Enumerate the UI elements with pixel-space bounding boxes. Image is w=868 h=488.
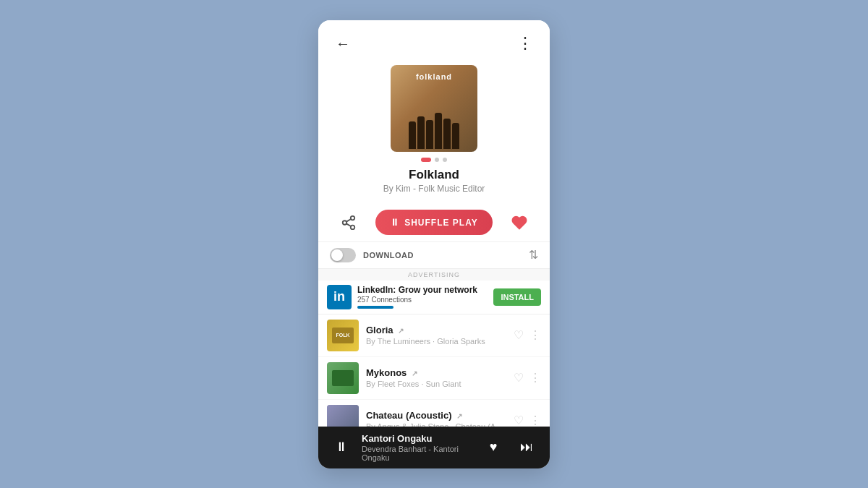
track-heart-3[interactable]: ♡: [514, 414, 524, 427]
header: ← ⋮: [318, 20, 550, 62]
dot-3[interactable]: [443, 158, 447, 162]
album-section: folkland Folkland By Kim - Folk Music Ed…: [318, 62, 550, 202]
heart-icon: [511, 215, 527, 231]
download-label: DOWNLOAD: [363, 251, 522, 260]
track-info-2: Mykonos ↗ By Fleet Foxes · Sun Giant: [366, 367, 506, 388]
ad-progress-bar: [357, 306, 393, 309]
track-thumbnail-2: [327, 362, 359, 394]
player-heart-icon: ♥: [490, 440, 498, 455]
more-menu-icon: ⋮: [517, 34, 534, 53]
track-title-3: Chateau (Acoustic) ↗: [366, 410, 506, 421]
player-artist: Devendra Banhart - Kantori Ongaku: [362, 445, 473, 462]
track-item[interactable]: Chateau (Acoustic) ↗ By Angus & Julia St…: [318, 400, 550, 427]
track-list: FOLK Gloria ↗ By The Lumineers · Gloria …: [318, 314, 550, 427]
track-info-3: Chateau (Acoustic) ↗ By Angus & Julia St…: [366, 410, 506, 427]
download-toggle[interactable]: [330, 248, 356, 262]
dot-1[interactable]: [421, 158, 431, 162]
back-button[interactable]: ←: [330, 30, 356, 56]
favorite-button[interactable]: [506, 210, 532, 236]
shuffle-pause-icon: ⏸: [390, 217, 400, 228]
track-thumbnail-3: [327, 405, 359, 427]
carousel-dots: [421, 158, 447, 162]
track-menu-1[interactable]: ⋮: [529, 328, 541, 342]
external-icon-2: ↗: [412, 369, 417, 377]
track-artist-1: By The Lumineers · Gloria Sparks: [366, 337, 506, 346]
player-next-button[interactable]: ⏭: [514, 435, 540, 461]
track-heart-1[interactable]: ♡: [514, 328, 524, 342]
dot-2[interactable]: [435, 158, 439, 162]
track-artist-2: By Fleet Foxes · Sun Giant: [366, 380, 506, 388]
person-2: [417, 116, 425, 149]
svg-line-3: [346, 223, 351, 226]
ad-section: ADVERTISING in LinkedIn: Grow your netwo…: [318, 268, 550, 314]
album-art-label: folkland: [391, 72, 477, 81]
share-icon: [341, 215, 357, 231]
track-thumbnail-1: FOLK: [327, 320, 359, 351]
ad-text: LinkedIn: Grow your network 257 Connecti…: [357, 285, 488, 309]
person-4: [435, 113, 442, 149]
player-title: Kantori Ongaku: [362, 433, 473, 444]
track-title-2: Mykonos ↗: [366, 367, 506, 378]
album-art: folkland: [391, 65, 477, 152]
person-5: [443, 119, 451, 149]
track-actions-1: ♡ ⋮: [514, 328, 541, 342]
action-row: ⏸ SHUFFLE PLAY: [318, 202, 550, 241]
track-actions-2: ♡ ⋮: [514, 371, 541, 385]
shuffle-label: SHUFFLE PLAY: [404, 218, 478, 228]
player-pause-button[interactable]: ⏸: [328, 435, 354, 461]
external-icon-3: ↗: [456, 412, 462, 420]
track-title-1: Gloria ↗: [366, 325, 506, 335]
share-button[interactable]: [336, 210, 362, 236]
track-heart-2[interactable]: ♡: [514, 371, 524, 385]
ad-banner[interactable]: in LinkedIn: Grow your network 257 Conne…: [318, 281, 550, 314]
player-pause-icon: ⏸: [335, 440, 348, 455]
external-icon-1: ↗: [398, 327, 404, 335]
track-actions-3: ♡ ⋮: [514, 414, 541, 427]
more-menu-button[interactable]: ⋮: [512, 30, 538, 56]
svg-line-4: [346, 218, 351, 221]
album-title: Folkland: [409, 168, 459, 182]
toggle-knob: [331, 249, 343, 261]
install-button[interactable]: INSTALL: [493, 288, 541, 306]
sort-icon[interactable]: ⇅: [529, 248, 538, 262]
track-menu-3[interactable]: ⋮: [529, 414, 541, 427]
album-subtitle: By Kim - Folk Music Editor: [383, 184, 485, 194]
back-icon: ←: [336, 36, 350, 51]
player-heart-button[interactable]: ♥: [480, 435, 506, 461]
ad-label: ADVERTISING: [318, 269, 550, 281]
track-menu-2[interactable]: ⋮: [529, 371, 541, 385]
player-info: Kantori Ongaku Devendra Banhart - Kantor…: [362, 433, 473, 462]
shuffle-play-button[interactable]: ⏸ SHUFFLE PLAY: [375, 210, 493, 235]
ad-subtitle: 257 Connections: [357, 296, 488, 304]
album-art-silhouette: [409, 113, 459, 152]
download-row: DOWNLOAD ⇅: [318, 241, 550, 268]
track-item[interactable]: Mykonos ↗ By Fleet Foxes · Sun Giant ♡ ⋮: [318, 357, 550, 400]
ad-title: LinkedIn: Grow your network: [357, 285, 488, 295]
linkedin-logo: in: [327, 285, 352, 309]
person-1: [409, 121, 416, 149]
phone-frame: ← ⋮ folkland Folkland By Kim - Folk M: [318, 20, 550, 468]
person-6: [452, 123, 459, 149]
track-item[interactable]: FOLK Gloria ↗ By The Lumineers · Gloria …: [318, 314, 550, 357]
player-bar: ⏸ Kantori Ongaku Devendra Banhart - Kant…: [318, 427, 550, 468]
person-3: [426, 120, 433, 149]
track-info-1: Gloria ↗ By The Lumineers · Gloria Spark…: [366, 325, 506, 346]
player-next-icon: ⏭: [520, 440, 533, 455]
